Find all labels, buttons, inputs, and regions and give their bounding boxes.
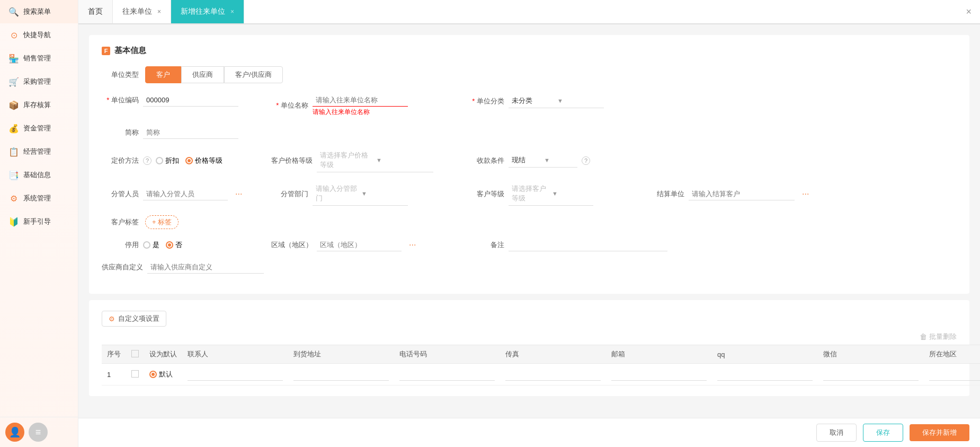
pricing-help-icon[interactable]: ?	[143, 156, 152, 165]
sidebar-item-search[interactable]: 🔍 搜索菜单	[0, 0, 78, 23]
cell-qq	[712, 364, 818, 385]
payment-chevron: ▼	[544, 157, 574, 163]
payment-value: 现结	[512, 155, 542, 165]
contact-input[interactable]	[188, 368, 283, 381]
table-header-row: 序号 设为默认 联系人 到货地址 电话号码 传真 邮箱 qq 微信 所在地区 操…	[102, 345, 980, 364]
custom-settings-button[interactable]: ⚙ 自定义项设置	[102, 311, 166, 327]
unit-code-label: 单位编码	[102, 95, 139, 105]
pricing-level-radio[interactable]: 价格等级	[185, 156, 222, 165]
cell-checkbox	[126, 364, 144, 385]
dept-placeholder: 请输入分管部门	[316, 184, 359, 203]
supplier-custom-input[interactable]	[147, 261, 264, 274]
email-input[interactable]	[611, 368, 707, 381]
sidebar-item-purchase[interactable]: 🛒 采购管理	[0, 70, 78, 93]
type-btn-both[interactable]: 客户/供应商	[224, 66, 283, 83]
disabled-no-radio[interactable]: 否	[166, 240, 182, 250]
sidebar-item-finance[interactable]: 💰 资金管理	[0, 117, 78, 140]
settle-unit-more-btn[interactable]: ···	[799, 189, 812, 199]
tab-new-partner-close[interactable]: ×	[230, 8, 234, 15]
sidebar-item-basic[interactable]: 📑 基础信息	[0, 163, 78, 187]
customer-price-field: 客户价格等级 请选择客户价格等级 ▼	[271, 148, 467, 172]
phone-input[interactable]	[399, 368, 495, 381]
tab-new-partner[interactable]: 新增往来单位 ×	[171, 0, 244, 23]
inventory-icon: 📦	[8, 100, 19, 110]
sidebar: 🔍 搜索菜单 ⊙ 快捷导航 🏪 销售管理 🛒 采购管理 📦 库存核算 💰 资金管…	[0, 0, 78, 447]
area-input[interactable]	[317, 239, 402, 251]
sidebar-item-system[interactable]: ⚙ 系统管理	[0, 187, 78, 210]
supplier-custom-row: 供应商自定义	[102, 261, 957, 274]
sidebar-item-inventory[interactable]: 📦 库存核算	[0, 93, 78, 117]
unit-category-select[interactable]: 未分类 ▼	[509, 94, 604, 108]
batch-delete-label[interactable]: 批量删除	[929, 332, 957, 341]
unit-name-label: 单位名称	[271, 101, 308, 110]
bottom-bar: 取消 保存 保存并新增	[78, 418, 980, 447]
manager-more-btn[interactable]: ···	[232, 189, 245, 199]
section-title-icon: F	[102, 47, 110, 55]
customer-level-field: 客户等级 请选择客户等级 ▼	[467, 182, 647, 206]
short-name-input[interactable]	[143, 126, 238, 139]
tab-home[interactable]: 首页	[78, 0, 113, 23]
pricing-level-radio-circle	[185, 157, 193, 164]
customer-price-select[interactable]: 请选择客户价格等级 ▼	[317, 148, 433, 172]
tab-partners[interactable]: 往来单位 ×	[113, 0, 171, 23]
unit-name-input[interactable]	[313, 94, 408, 107]
col-checkbox	[126, 345, 144, 364]
unit-code-input[interactable]	[143, 94, 238, 107]
default-radio[interactable]: 默认	[149, 370, 177, 379]
sidebar-item-operation[interactable]: 📋 经营管理	[0, 140, 78, 163]
area-field: 区域（地区） ···	[271, 239, 467, 251]
cancel-button[interactable]: 取消	[816, 424, 857, 442]
tab-partners-close[interactable]: ×	[157, 8, 161, 15]
col-wechat: 微信	[818, 345, 924, 364]
settle-unit-input[interactable]	[689, 188, 795, 200]
table-row: 1 默认	[102, 364, 980, 385]
pricing-discount-radio[interactable]: 折扣	[156, 156, 179, 165]
tabbar-global-close[interactable]: ×	[964, 4, 974, 20]
settle-unit-label: 结算单位	[647, 189, 684, 199]
fax-input[interactable]	[505, 368, 601, 381]
save-new-button[interactable]: 保存并新增	[910, 424, 969, 441]
unit-name-wrapper: 请输入往来单位名称	[313, 94, 467, 117]
row-checkbox[interactable]	[131, 370, 139, 378]
address-input[interactable]	[293, 368, 389, 381]
dept-select[interactable]: 请输入分管部门 ▼	[313, 182, 408, 206]
quicknav-icon: ⊙	[8, 30, 19, 40]
customer-level-select[interactable]: 请选择客户等级 ▼	[509, 182, 593, 206]
cell-email	[606, 364, 712, 385]
type-btn-supplier[interactable]: 供应商	[181, 66, 224, 83]
short-name-row: 简称	[102, 126, 957, 139]
payment-select[interactable]: 现结 ▼	[509, 153, 577, 168]
type-btn-customer[interactable]: 客户	[145, 66, 181, 83]
save-button[interactable]: 保存	[863, 424, 903, 442]
area-more-btn[interactable]: ···	[406, 240, 419, 250]
add-tag-button[interactable]: + 标签	[145, 215, 179, 229]
remark-field: 备注	[467, 239, 957, 251]
qq-input[interactable]	[717, 368, 813, 381]
customer-level-placeholder: 请选择客户等级	[512, 184, 550, 203]
sidebar-footer: 👤 ≡	[0, 417, 78, 447]
tab-new-partner-label: 新增往来单位	[181, 7, 225, 16]
manager-row: 分管人员 ··· 分管部门 请输入分管部门 ▼ 客户等级 请选择客户等级 ▼	[102, 182, 957, 206]
manager-field: 分管人员 ···	[102, 188, 271, 200]
unit-name-field: 单位名称 请输入往来单位名称	[271, 94, 467, 117]
sidebar-footer-btn-1[interactable]: 👤	[5, 423, 24, 442]
sidebar-item-quicknav[interactable]: ⊙ 快捷导航	[0, 23, 78, 47]
sidebar-item-guide[interactable]: 🔰 新手引导	[0, 210, 78, 233]
cell-contact	[182, 364, 288, 385]
default-label: 默认	[159, 370, 173, 379]
area-cell-input[interactable]	[929, 368, 980, 381]
tags-field: 客户标签 + 标签	[102, 215, 271, 229]
remark-input[interactable]	[509, 239, 667, 251]
wechat-input[interactable]	[823, 368, 919, 381]
disabled-yes-radio[interactable]: 是	[143, 240, 159, 250]
settings-icon: ⚙	[109, 315, 115, 323]
unit-category-value: 未分类	[512, 96, 555, 106]
guide-icon: 🔰	[8, 216, 19, 227]
manager-input[interactable]	[143, 188, 228, 200]
sidebar-footer-btn-2[interactable]: ≡	[29, 423, 48, 442]
sidebar-item-sales[interactable]: 🏪 销售管理	[0, 47, 78, 70]
col-fax: 传真	[500, 345, 606, 364]
select-all-checkbox[interactable]	[131, 350, 139, 357]
cell-seq: 1	[102, 364, 126, 385]
payment-help-icon[interactable]: ?	[582, 156, 590, 165]
